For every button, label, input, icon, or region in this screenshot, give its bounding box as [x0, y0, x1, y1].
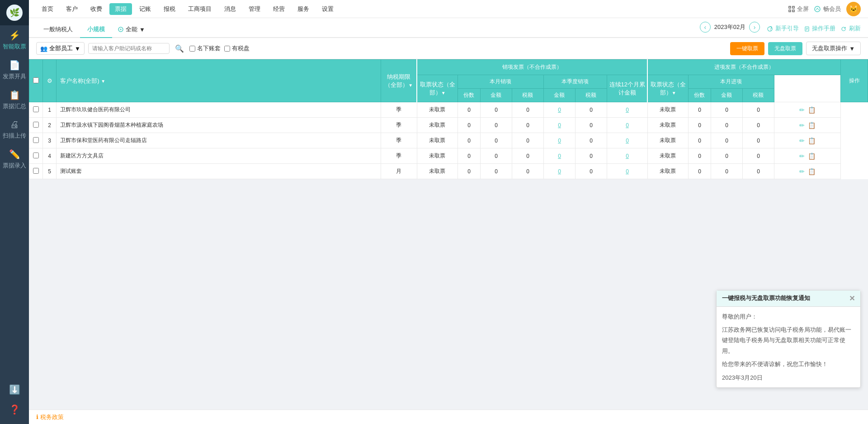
row-fetch-status-purchase: 未取票	[647, 164, 688, 179]
sidebar-item-help[interactable]: ❓	[0, 400, 29, 419]
nav-message[interactable]: 消息	[219, 3, 241, 15]
detail-icon[interactable]: 📋	[808, 168, 816, 175]
row-fetch-status-purchase: 未取票	[647, 148, 688, 164]
account-checkbox[interactable]	[189, 46, 195, 52]
nav-manage[interactable]: 管理	[243, 3, 266, 15]
tax-policy-link[interactable]: ℹ 税务政策	[36, 413, 64, 421]
tab-general[interactable]: 一般纳税人	[36, 22, 80, 38]
notification-date: 2023年3月20日	[722, 372, 855, 383]
smart-fetch-icon: ⚡	[9, 30, 20, 41]
refresh-btn[interactable]: 刷新	[841, 24, 861, 33]
edit-icon[interactable]: ✏	[799, 106, 805, 114]
table-row: 4 新建区方方文具店 季 未取票 0 0 0 0 0 0 未取票 0 0 0 ✏…	[29, 148, 868, 164]
sidebar-item-invoice-entry[interactable]: ✏️ 票据录入	[0, 144, 29, 174]
tax-disk-checkbox-label[interactable]: 有税盘	[224, 44, 250, 52]
row-name: 新建区方方文具店	[57, 148, 381, 164]
row-checkbox[interactable]	[33, 168, 39, 174]
row-checkbox[interactable]	[33, 106, 39, 112]
no-disk-fetch-button[interactable]: 无盘取票	[768, 42, 802, 55]
tax-disk-checkbox[interactable]	[224, 46, 230, 52]
top-nav-right: 全屏 畅会员 🐱	[788, 2, 861, 16]
row-quarter-sales-tax: 0	[575, 164, 607, 179]
tab-full[interactable]: 全能 ▼	[112, 22, 151, 38]
user-avatar[interactable]: 🐱	[846, 2, 861, 16]
search-input[interactable]	[88, 43, 170, 54]
tab-small[interactable]: 小规模	[80, 22, 112, 38]
nav-invoice[interactable]: 票据	[109, 3, 132, 15]
nav-business[interactable]: 工商项目	[183, 3, 217, 15]
full-tab-icon	[118, 26, 124, 33]
row-quarter-sales-amount[interactable]: 0	[543, 164, 575, 179]
search-button[interactable]: 🔍	[173, 44, 186, 53]
member-btn[interactable]: 畅会员	[814, 5, 841, 13]
nav-billing[interactable]: 收费	[85, 3, 108, 15]
row-fetch-status-sales: 未取票	[417, 148, 458, 164]
row-cumulative-amount[interactable]: 0	[607, 133, 647, 148]
settings-icon[interactable]: ⚙	[47, 77, 52, 84]
row-checkbox-cell[interactable]	[29, 164, 43, 179]
row-checkbox-cell[interactable]	[29, 148, 43, 164]
row-checkbox[interactable]	[33, 137, 39, 143]
sidebar-item-invoice-open[interactable]: 📄 发票开具	[0, 55, 29, 85]
no-disk-ops-button[interactable]: 无盘取票操作 ▼	[806, 42, 861, 55]
nav-settings[interactable]: 设置	[316, 3, 339, 15]
manual-btn[interactable]: 操作手册	[804, 24, 836, 33]
detail-icon[interactable]: 📋	[808, 137, 816, 144]
sidebar-item-download[interactable]: ⬇️	[0, 380, 29, 400]
nav-service[interactable]: 服务	[292, 3, 315, 15]
account-checkbox-label[interactable]: 名下账套	[189, 44, 221, 52]
row-quarter-sales-amount[interactable]: 0	[543, 133, 575, 148]
row-checkbox-cell[interactable]	[29, 133, 43, 148]
sales-month-count-header: 份数	[458, 89, 480, 102]
sidebar-bottom: ⬇️ ❓	[0, 380, 29, 424]
row-quarter-sales-amount[interactable]: 0	[543, 118, 575, 133]
row-month-sales-amount: 0	[480, 118, 512, 133]
detail-icon[interactable]: 📋	[808, 106, 816, 114]
detail-icon[interactable]: 📋	[808, 122, 816, 129]
employee-filter[interactable]: 👥 全部员工 ▼	[36, 42, 85, 55]
row-checkbox[interactable]	[33, 152, 39, 158]
sales-quarter-tax-header: 税额	[575, 89, 607, 102]
edit-icon[interactable]: ✏	[799, 137, 805, 144]
table-row: 5 测试账套 月 未取票 0 0 0 0 0 0 未取票 0 0 0 ✏ 📋	[29, 164, 868, 179]
notification-body-text: 江苏政务网已恢复访问电子税务局功能，易代账一键登陆电子税务局与无盘取票相关功能可…	[722, 324, 855, 356]
notification-close-btn[interactable]: ✕	[849, 294, 855, 303]
nav-customer[interactable]: 客户	[61, 3, 83, 15]
info-icon: ℹ	[36, 414, 38, 420]
notification-panel: 一键报税与无盘取票功能恢复通知 ✕ 尊敬的用户： 江苏政务网已恢复访问电子税务局…	[716, 290, 861, 388]
row-checkbox-cell[interactable]	[29, 102, 43, 118]
row-cumulative-amount[interactable]: 0	[607, 118, 647, 133]
fullscreen-btn[interactable]: 全屏	[788, 5, 809, 13]
nav-tax[interactable]: 报税	[158, 3, 181, 15]
nav-accounting[interactable]: 记账	[134, 3, 156, 15]
row-checkbox-cell[interactable]	[29, 118, 43, 133]
guide-btn[interactable]: ? 新手引导	[767, 24, 799, 33]
svg-rect-0	[789, 6, 791, 8]
row-cumulative-amount[interactable]: 0	[607, 102, 647, 118]
fetch-status-purchase-header: 取票状态（全部）▼	[651, 81, 686, 96]
sidebar: 🌿 ⚡ 智能取票 📄 发票开具 📋 票据汇总 🖨 扫描上传 ✏️ 票据录入 ⬇️…	[0, 0, 29, 424]
employee-filter-label: 全部员工	[49, 44, 73, 52]
nav-operation[interactable]: 经营	[268, 3, 290, 15]
edit-icon[interactable]: ✏	[799, 122, 805, 129]
period-prev-btn[interactable]: ‹	[700, 22, 711, 33]
row-quarter-sales-amount[interactable]: 0	[543, 102, 575, 118]
nav-home[interactable]: 首页	[36, 3, 59, 15]
edit-icon[interactable]: ✏	[799, 152, 805, 160]
one-click-fetch-button[interactable]: 一键取票	[730, 42, 764, 55]
row-checkbox[interactable]	[33, 122, 39, 128]
row-cumulative-amount[interactable]: 0	[607, 164, 647, 179]
sidebar-item-invoice-summary[interactable]: 📋 票据汇总	[0, 85, 29, 115]
edit-icon[interactable]: ✏	[799, 168, 805, 175]
select-all-checkbox[interactable]	[33, 77, 39, 83]
period-next-btn[interactable]: ›	[749, 22, 760, 33]
detail-icon[interactable]: 📋	[808, 152, 816, 160]
row-quarter-sales-amount[interactable]: 0	[543, 148, 575, 164]
sidebar-item-smart-fetch[interactable]: ⚡ 智能取票	[0, 25, 29, 55]
sidebar-item-label: 扫描上传	[3, 132, 26, 140]
sidebar-item-scan-upload[interactable]: 🖨 扫描上传	[0, 115, 29, 144]
row-cumulative-amount[interactable]: 0	[607, 148, 647, 164]
sidebar-item-label: 票据汇总	[3, 102, 26, 110]
period-selector: ‹ 2023年02月 ›	[700, 22, 760, 37]
row-fetch-status-purchase: 未取票	[647, 118, 688, 133]
